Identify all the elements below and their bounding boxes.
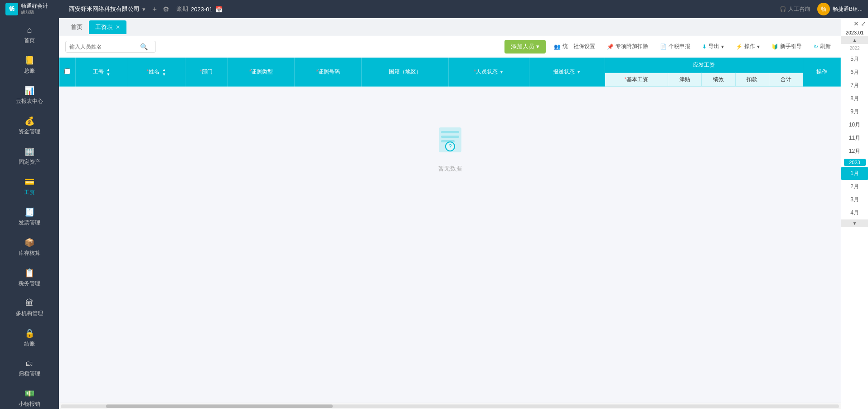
month-2022-08[interactable]: 8月 [841, 92, 868, 105]
export-button[interactable]: ⬇ 导出 ▾ [698, 41, 727, 52]
operation-button[interactable]: ⚡ 操作 ▾ [732, 41, 763, 52]
service-label: 人工咨询 [788, 5, 810, 13]
th-person-status: *人员状态 ▼ [448, 58, 529, 87]
scroll-down-button[interactable]: ▼ [841, 219, 868, 227]
sidebar-label-ledger: 总账 [24, 67, 35, 75]
month-2023-01[interactable]: 1月 [841, 167, 868, 180]
sidebar-item-tax[interactable]: 📋 税务管理 [3, 263, 56, 292]
company-selector[interactable]: 西安虾米网络科技有限公司 ▾ [69, 5, 145, 13]
add-person-arrow: ▾ [536, 43, 539, 50]
logo-text-block: 畅通好会计 旗舰版 [21, 3, 48, 15]
tab-home[interactable]: 首页 [64, 20, 89, 34]
top-header: 畅 畅通好会计 旗舰版 西安虾米网络科技有限公司 ▾ ＋ ⚙ 账期 2023-0… [0, 0, 868, 18]
period-value: 2023-01 [191, 6, 213, 13]
sidebar-label-report: 云报表中心 [16, 97, 43, 105]
th-report-status: 报送状态 ▼ [529, 58, 605, 87]
add-person-button[interactable]: 添加人员 ▾ [504, 40, 546, 54]
refresh-button[interactable]: ↻ 刷新 [810, 41, 834, 52]
bottom-scrollbar[interactable] [59, 403, 841, 409]
th-id-no: *证照号码 [295, 58, 362, 87]
search-input[interactable] [69, 44, 137, 50]
sidebar-item-inventory[interactable]: 📦 库存核算 [3, 233, 56, 262]
sidebar-item-archive[interactable]: 🗂 归档管理 [3, 354, 56, 382]
user-info[interactable]: 畅 畅捷通B组... [817, 3, 863, 15]
sidebar-label-salary: 工资 [24, 189, 35, 196]
sidebar-item-home[interactable]: ⌂ 首页 [3, 21, 56, 49]
sidebar-item-multi[interactable]: 🏛 多机构管理 [3, 294, 56, 322]
sidebar-item-assets[interactable]: 🏢 固定资产 [3, 142, 56, 170]
sidebar: ⌂ 首页 📒 总账 📊 云报表中心 💰 资金管理 🏢 固定资产 💳 工资 🧾 发… [0, 18, 59, 409]
month-2022-10[interactable]: 10月 [841, 118, 868, 131]
th-dept: *部门 [185, 58, 228, 87]
salary-table: 工号 ▲▼ *姓名 ▲▼ *部门 *证照类型 *证照号码 国籍（地区） *人员状… [59, 57, 841, 87]
add-button[interactable]: ＋ [151, 5, 158, 14]
export-label: 导出 [708, 43, 719, 50]
rp-date-label: 2023.01 [846, 29, 864, 36]
filter-icon-report[interactable]: ▼ [577, 69, 581, 74]
filter-icon-status[interactable]: ▼ [499, 69, 504, 74]
checkbox-header[interactable] [59, 58, 76, 87]
sidebar-item-report[interactable]: 📊 云报表中心 [3, 81, 56, 110]
sidebar-item-close[interactable]: 🔒 结账 [3, 324, 56, 352]
service-button[interactable]: 🎧 人工咨询 [780, 5, 810, 13]
archive-icon: 🗂 [25, 359, 34, 368]
user-name: 畅捷通B组... [833, 5, 863, 13]
month-2022-12[interactable]: 12月 [841, 145, 868, 158]
settings-gear-button[interactable]: ⚙ [163, 5, 169, 14]
select-all-checkbox[interactable] [64, 68, 70, 74]
sidebar-item-ledger[interactable]: 📒 总账 [3, 51, 56, 79]
logo-area: 畅 畅通好会计 旗舰版 [5, 3, 64, 15]
tab-salary[interactable]: 工资表 ✕ [89, 20, 126, 34]
sidebar-label-assets: 固定资产 [19, 158, 40, 166]
tab-salary-close[interactable]: ✕ [116, 24, 120, 30]
sidebar-item-expense[interactable]: 💵 小畅报销 [3, 384, 56, 409]
salary-icon: 💳 [24, 177, 34, 187]
guide-button[interactable]: 🔰 新手引导 [768, 41, 805, 52]
month-2023-02[interactable]: 2月 [841, 180, 868, 193]
sidebar-item-fund[interactable]: 💰 资金管理 [3, 112, 56, 140]
social-security-button[interactable]: 👥 统一社保设置 [550, 41, 599, 52]
expense-icon: 💵 [24, 389, 34, 399]
invoice-icon: 🧾 [24, 207, 34, 217]
scroll-up-button[interactable]: ▲ [841, 36, 868, 44]
tax-button[interactable]: 📄 个税申报 [656, 41, 694, 52]
operation-icon: ⚡ [736, 44, 742, 50]
close-period-icon: 🔒 [24, 328, 34, 338]
scroll-thumb[interactable] [106, 404, 333, 408]
assets-icon: 🏢 [24, 146, 34, 156]
th-deduction: 扣款 [735, 73, 769, 87]
period-area: 账期 2023-01 📅 [176, 5, 223, 13]
close-panel-button[interactable]: ✕ [853, 20, 859, 27]
social-security-label: 统一社保设置 [563, 43, 595, 50]
tax-icon: 📋 [24, 268, 34, 278]
sidebar-item-invoice[interactable]: 🧾 发票管理 [3, 203, 56, 231]
sidebar-label-home: 首页 [24, 37, 35, 44]
table-header: 工号 ▲▼ *姓名 ▲▼ *部门 *证照类型 *证照号码 国籍（地区） *人员状… [59, 58, 841, 73]
tax-report-icon: 📄 [660, 44, 667, 50]
sidebar-item-salary[interactable]: 💳 工资 [3, 172, 56, 201]
company-name: 西安虾米网络科技有限公司 [69, 5, 140, 13]
month-2022-07[interactable]: 7月 [841, 79, 868, 92]
empty-text: 暂无数据 [438, 165, 462, 173]
deduction-button[interactable]: 📌 专项附加扣除 [603, 41, 652, 52]
operation-label: 操作 [744, 43, 755, 50]
month-2022-05[interactable]: 5月 [841, 53, 868, 66]
th-name: *姓名 ▲▼ [128, 58, 185, 87]
expand-panel-button[interactable]: ⤢ [861, 20, 866, 27]
content-area: 首页 工资表 ✕ 🔍 添加人员 ▾ 👥 统一社保设置 📌 [59, 18, 841, 409]
calendar-icon[interactable]: 📅 [215, 6, 223, 13]
add-person-label: 添加人员 [511, 43, 534, 51]
svg-rect-1 [441, 131, 459, 133]
refresh-label: 刷新 [820, 43, 831, 50]
month-2023-03[interactable]: 3月 [841, 193, 868, 206]
report-icon: 📊 [24, 86, 34, 96]
month-2022-09[interactable]: 9月 [841, 105, 868, 118]
year-2023-label: 2023 [844, 159, 866, 166]
month-2023-04[interactable]: 4月 [841, 206, 868, 219]
sidebar-label-invoice: 发票管理 [19, 219, 40, 227]
month-2022-06[interactable]: 6月 [841, 66, 868, 79]
th-no: 工号 ▲▼ [76, 58, 128, 87]
search-area[interactable]: 🔍 [65, 41, 156, 53]
month-2022-11[interactable]: 11月 [841, 131, 868, 145]
scroll-track [61, 404, 839, 408]
